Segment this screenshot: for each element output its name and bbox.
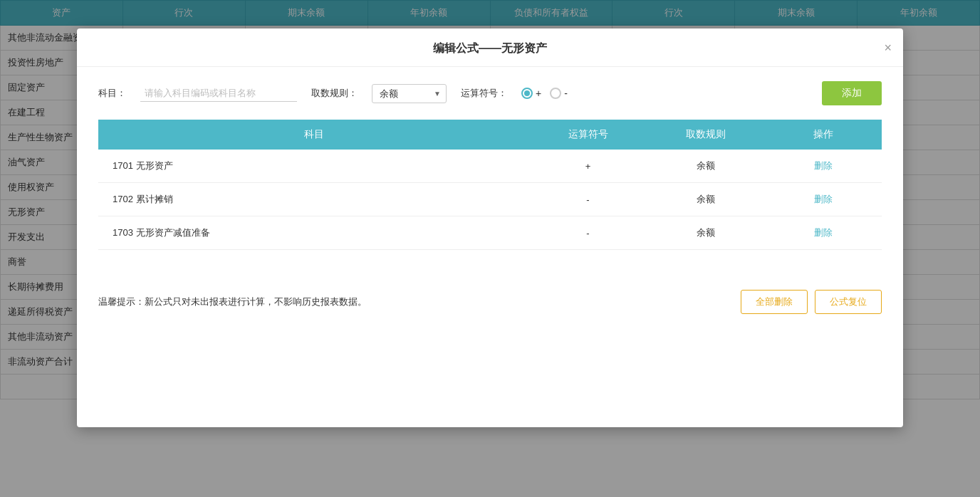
radio-plus-circle: [521, 88, 533, 99]
rule-label: 取数规则：: [311, 87, 358, 100]
radio-minus[interactable]: -: [550, 88, 568, 99]
footer-buttons: 全部删除 公式复位: [741, 290, 882, 314]
table-header-subject: 科目: [98, 120, 529, 150]
delete-link[interactable]: 删除: [814, 194, 833, 204]
formula-action: 删除: [764, 150, 882, 183]
rule-select-wrap: 余额 借方 贷方 借方发生额 贷方发生额 ▼: [372, 84, 447, 103]
subject-input[interactable]: [140, 85, 297, 102]
modal-body: 科目： 取数规则： 余额 借方 贷方 借方发生额 贷方发生额 ▼ 运算符号：: [77, 67, 903, 264]
formula-rule: 余额: [647, 216, 764, 250]
formula-operator: +: [529, 150, 647, 183]
hint-content: 温馨提示：新公式只对未出报表进行计算，不影响历史报表数据。: [98, 296, 367, 307]
formula-table: 科目 运算符号 取数规则 操作 1701 无形资产+余额删除1702 累计摊销-…: [98, 120, 882, 250]
modal-header: 编辑公式——无形资产 ×: [77, 28, 903, 67]
reset-button[interactable]: 公式复位: [815, 290, 882, 314]
formula-action: 删除: [764, 183, 882, 216]
formula-rule: 余额: [647, 183, 764, 216]
modal-close-button[interactable]: ×: [884, 41, 892, 54]
table-header-action: 操作: [764, 120, 882, 150]
modal-overlay: 编辑公式——无形资产 × 科目： 取数规则： 余额 借方 贷方 借方发生额 贷方…: [0, 0, 980, 497]
modal-title: 编辑公式——无形资产: [433, 42, 547, 54]
modal-dialog: 编辑公式——无形资产 × 科目： 取数规则： 余额 借方 贷方 借方发生额 贷方…: [77, 28, 903, 427]
radio-plus[interactable]: +: [521, 88, 541, 99]
radio-minus-label: -: [564, 88, 568, 99]
operator-label: 运算符号：: [461, 87, 507, 100]
formula-action: 删除: [764, 216, 882, 250]
formula-operator: -: [529, 216, 647, 250]
delete-link[interactable]: 删除: [814, 227, 833, 238]
radio-plus-label: +: [536, 88, 541, 99]
delete-link[interactable]: 删除: [814, 160, 833, 171]
formula-row: 1702 累计摊销-余额删除: [98, 183, 882, 216]
form-row: 科目： 取数规则： 余额 借方 贷方 借方发生额 贷方发生额 ▼ 运算符号：: [98, 81, 882, 105]
formula-row: 1701 无形资产+余额删除: [98, 150, 882, 183]
rule-select[interactable]: 余额 借方 贷方 借方发生额 贷方发生额: [372, 84, 447, 103]
formula-operator: -: [529, 183, 647, 216]
operator-radio-group: + -: [521, 88, 568, 99]
table-header-rule: 取数规则: [647, 120, 764, 150]
radio-minus-circle: [550, 88, 561, 99]
table-header-operator: 运算符号: [529, 120, 647, 150]
add-button[interactable]: 添加: [822, 81, 882, 105]
formula-rule: 余额: [647, 150, 764, 183]
modal-footer: 温馨提示：新公式只对未出报表进行计算，不影响历史报表数据。 全部删除 公式复位: [77, 278, 903, 325]
formula-row: 1703 无形资产减值准备-余额删除: [98, 216, 882, 250]
delete-all-button[interactable]: 全部删除: [741, 290, 808, 314]
hint-text: 温馨提示：新公式只对未出报表进行计算，不影响历史报表数据。: [98, 295, 367, 308]
subject-label: 科目：: [98, 87, 126, 100]
formula-subject: 1702 累计摊销: [98, 183, 529, 216]
formula-subject: 1701 无形资产: [98, 150, 529, 183]
formula-subject: 1703 无形资产减值准备: [98, 216, 529, 250]
